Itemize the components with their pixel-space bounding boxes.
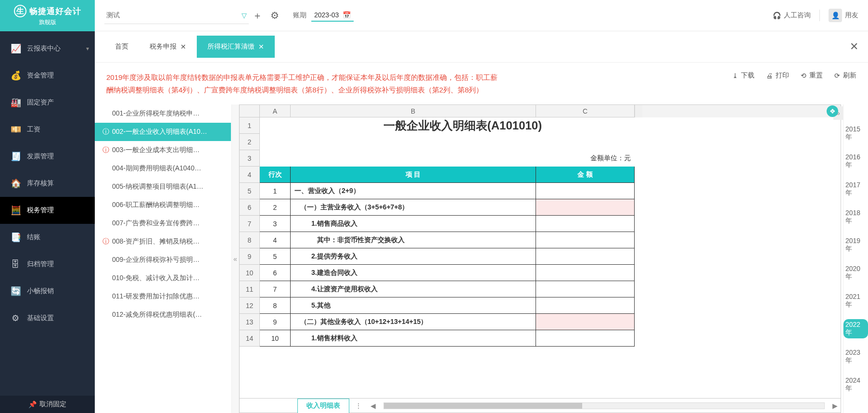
cell-seq[interactable]: 7 (260, 281, 291, 297)
form-list-item-1[interactable]: ⓘ002-一般企业收入明细表(A10… (95, 123, 231, 141)
sidebar-item-2[interactable]: 🏭固定资产 (0, 89, 95, 116)
cell-item[interactable]: 1.销售材料收入 (291, 330, 536, 347)
sidebar-item-4[interactable]: 🧾发票管理 (0, 143, 95, 170)
form-list-item-9[interactable]: 010-免税、减计收入及加计… (95, 269, 231, 287)
row-header[interactable]: 10 (240, 265, 260, 281)
tab-0[interactable]: 首页 (104, 36, 139, 58)
cell-item[interactable]: （二）其他业务收入（10+12+13+14+15） (291, 314, 536, 330)
reset-button[interactable]: ⟲重置 (801, 71, 823, 80)
sidebar-item-7[interactable]: 📑结账 (0, 224, 95, 251)
cell-amount[interactable] (536, 265, 635, 281)
row-header[interactable]: 3 (240, 150, 260, 167)
row-header[interactable]: 5 (240, 183, 260, 199)
cell-amount[interactable] (536, 183, 635, 199)
close-icon[interactable]: ✕ (258, 43, 264, 51)
year-2024年[interactable]: 2024年 (843, 375, 868, 394)
form-list-item-10[interactable]: 011-研发费用加计扣除优惠… (95, 287, 231, 306)
cell-amount[interactable] (536, 216, 635, 232)
year-2018年[interactable]: 2018年 (843, 207, 868, 227)
print-button[interactable]: 🖨打印 (766, 71, 789, 80)
cell-item[interactable]: 其中：非货币性资产交换收入 (291, 232, 536, 248)
form-list-item-2[interactable]: ⓘ003-一般企业成本支出明细… (95, 141, 231, 159)
org-selector[interactable]: 测试 ▽ (104, 7, 249, 24)
form-list-item-3[interactable]: 004-期间费用明细表(A1040… (95, 159, 231, 178)
sheet-tab[interactable]: 收入明细表 (297, 399, 349, 413)
hscroll-left[interactable]: ◀ (368, 402, 379, 410)
row-header[interactable]: 12 (240, 297, 260, 314)
cell-amount[interactable] (536, 330, 635, 347)
period-picker[interactable]: 2023-03 📅 (311, 9, 354, 22)
row-header[interactable]: 8 (240, 232, 260, 248)
cell-item[interactable]: 一、营业收入（2+9） (291, 183, 536, 199)
collapse-panel-button[interactable]: « (231, 104, 239, 413)
close-icon[interactable]: ✕ (180, 43, 186, 51)
form-list-item-5[interactable]: 006-职工薪酬纳税调整明细… (95, 196, 231, 214)
cell-amount[interactable] (536, 232, 635, 248)
cell-amount[interactable] (536, 314, 635, 330)
support-link[interactable]: 🎧 人工咨询 (773, 11, 811, 20)
sidebar-item-6[interactable]: 🧮税务管理 (0, 197, 95, 224)
cell-item[interactable]: （一）主营业务收入（3+5+6+7+8） (291, 199, 536, 216)
sidebar-item-1[interactable]: 💰资金管理 (0, 62, 95, 89)
download-button[interactable]: ⤓下载 (732, 71, 754, 80)
year-2023年[interactable]: 2023年 (843, 347, 868, 366)
unpin-button[interactable]: 📌 取消固定 (0, 396, 95, 413)
year-2017年[interactable]: 2017年 (843, 180, 868, 199)
select-all-corner[interactable] (240, 105, 260, 117)
form-list-item-11[interactable]: 012-减免所得税优惠明细表(… (95, 306, 231, 324)
year-2015年[interactable]: 2015年 (843, 124, 868, 143)
cell-amount[interactable] (536, 248, 635, 265)
form-list-item-6[interactable]: 007-广告费和业务宣传费跨… (95, 214, 231, 232)
cell-seq[interactable]: 8 (260, 297, 291, 314)
cell-seq[interactable]: 6 (260, 265, 291, 281)
help-float-button[interactable]: ❖ (827, 105, 838, 117)
row-header[interactable]: 4 (240, 167, 260, 183)
year-2020年[interactable]: 2020年 (843, 263, 868, 283)
row-header[interactable]: 7 (240, 216, 260, 232)
col-header-a[interactable]: A (260, 105, 291, 117)
cell-seq[interactable]: 4 (260, 232, 291, 248)
cell-item[interactable]: 4.让渡资产使用权收入 (291, 281, 536, 297)
hscroll-thumb[interactable] (384, 403, 582, 409)
col-header-c[interactable]: C (536, 105, 635, 117)
row-header[interactable]: 14 (240, 330, 260, 347)
year-2019年[interactable]: 2019年 (843, 235, 868, 255)
row-header[interactable]: 1 (240, 117, 260, 134)
cell-seq[interactable]: 1 (260, 183, 291, 199)
row-header[interactable]: 6 (240, 199, 260, 216)
sheet-tab-menu[interactable]: ⋮ (349, 402, 368, 410)
cell-amount[interactable] (536, 281, 635, 297)
sidebar-item-8[interactable]: 🗄归档管理 (0, 251, 95, 278)
row-header[interactable]: 11 (240, 281, 260, 297)
year-2022年[interactable]: 2022年 (843, 319, 868, 338)
row-header[interactable]: 2 (240, 134, 260, 150)
close-all-tabs-button[interactable]: ✕ (850, 40, 858, 53)
cell-seq[interactable]: 3 (260, 216, 291, 232)
tab-2[interactable]: 所得税汇算清缴✕ (197, 36, 275, 58)
settings-icon[interactable]: ⚙ (266, 7, 283, 24)
sidebar-item-10[interactable]: ⚙基础设置 (0, 305, 95, 332)
cell-amount[interactable] (536, 199, 635, 216)
col-header-b[interactable]: B (291, 105, 536, 117)
cell-amount[interactable] (536, 297, 635, 314)
add-button[interactable]: ＋ (249, 7, 266, 24)
year-2021年[interactable]: 2021年 (843, 291, 868, 310)
sidebar-item-0[interactable]: 📈云报表中心▾ (0, 35, 95, 62)
cell-seq[interactable]: 9 (260, 314, 291, 330)
cell-item[interactable]: 3.建造合同收入 (291, 265, 536, 281)
form-list-item-7[interactable]: ⓘ008-资产折旧、摊销及纳税… (95, 232, 231, 251)
sidebar-item-9[interactable]: 🔄小畅报销 (0, 278, 95, 305)
form-list-item-8[interactable]: 009-企业所得税弥补亏损明… (95, 251, 231, 269)
cell-item[interactable]: 1.销售商品收入 (291, 216, 536, 232)
cell-item[interactable]: 2.提供劳务收入 (291, 248, 536, 265)
row-header[interactable]: 13 (240, 314, 260, 330)
cell-item[interactable]: 5.其他 (291, 297, 536, 314)
tab-1[interactable]: 税务申报✕ (139, 36, 197, 58)
sidebar-item-3[interactable]: 💴工资 (0, 116, 95, 143)
sidebar-item-5[interactable]: 🏠库存核算 (0, 170, 95, 197)
cell-seq[interactable]: 2 (260, 199, 291, 216)
form-list-item-4[interactable]: 005-纳税调整项目明细表(A1… (95, 178, 231, 196)
year-2016年[interactable]: 2016年 (843, 152, 868, 171)
row-header[interactable]: 9 (240, 248, 260, 265)
cell-seq[interactable]: 5 (260, 248, 291, 265)
